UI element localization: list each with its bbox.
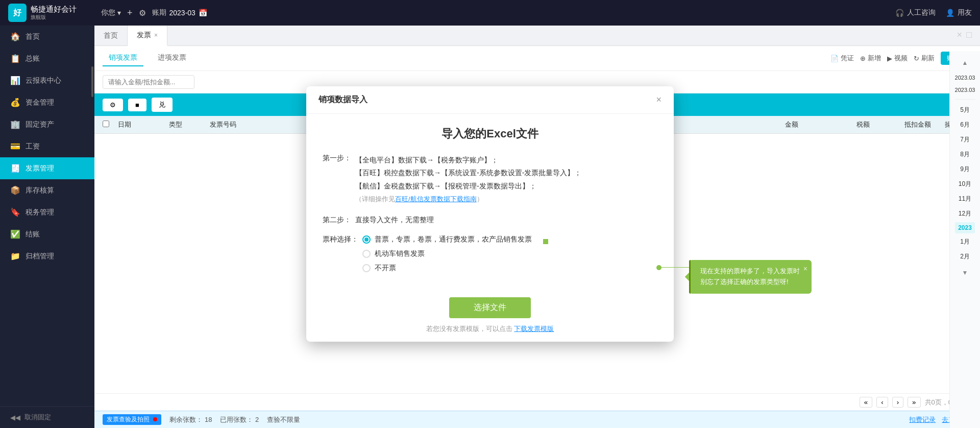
step1-line2: 【百旺】税控盘数据下载→【系统设置-系统参数设置-发票批量导入】； [355,167,581,179]
tooltip-close-btn[interactable]: × [803,263,807,274]
sidebar-footer[interactable]: ◀◀ 取消固定 [0,406,94,428]
sidebar-item-ledger[interactable]: 📋 总账 [0,47,94,69]
step1-section: 第一步： 【全电平台】数据下载→【税务数字账户】； 【百旺】税控盘数据下载→【系… [323,154,657,205]
header-settings-icon[interactable]: ⚙ [139,8,146,18]
ledger-icon: 📋 [10,54,20,63]
logo-icon: 好 [8,4,27,22]
window-maximize-icon[interactable]: □ [966,30,972,40]
sidebar-item-fund[interactable]: 💰 资金管理 [0,91,94,113]
invoice-icon: 🧾 [10,163,20,173]
sidebar-label-tax: 税务管理 [26,208,54,217]
support-btn[interactable]: 🎧 人工咨询 [895,8,936,17]
month-5[interactable]: 5月 [960,104,970,116]
sidebar-item-settle[interactable]: ✅ 结账 [0,223,94,245]
next-page-btn[interactable]: › [892,397,903,408]
header-add-icon[interactable]: + [127,8,133,18]
month-1[interactable]: 1月 [960,235,970,248]
sidebar-label-archive: 归档管理 [26,252,54,261]
last-page-btn[interactable]: » [908,397,920,408]
radio-motor[interactable]: 机动车销售发票 [362,249,532,258]
month-8[interactable]: 8月 [960,148,970,161]
month-7[interactable]: 7月 [960,133,970,146]
year-2023b: 2023.03 [955,85,975,95]
fee-record-link[interactable]: 扣费记录 [909,415,936,424]
invoice-tab-sales[interactable]: 销项发票 [103,50,143,66]
sidebar-item-home[interactable]: 🏠 首页 [0,26,94,47]
month-year-2023[interactable]: 2023 [955,222,975,233]
search-input[interactable] [103,75,194,89]
sidebar-item-report[interactable]: 📊 云报表中心 [0,69,94,91]
step2-label: 第二步： [323,216,351,225]
tooltip-arrow [685,273,689,281]
prev-page-btn[interactable]: ‹ [876,397,888,408]
col-header-deduct: 抵扣金额 [870,120,931,129]
table-select-btn[interactable]: ■ [128,99,146,111]
window-close-icon[interactable]: × [957,30,963,40]
tooltip-connector-line [658,267,689,268]
sidebar-item-archive[interactable]: 📁 归档管理 [0,245,94,267]
user-btn[interactable]: 👤 用友 [946,8,972,17]
modal-big-title: 导入您的Excel文件 [323,126,657,141]
tab-invoice[interactable]: 发票 × [128,26,167,46]
recharge-btn[interactable]: 去充值 [942,415,962,424]
step2-section: 第二步： 直接导入文件，无需整理 [323,216,657,225]
right-panel-up[interactable]: ▲ [962,55,968,70]
sidebar-item-invoice[interactable]: 🧾 发票管理 [0,157,94,179]
col-header-date: 日期 [118,120,169,129]
month-2[interactable]: 2月 [960,250,970,263]
new-btn[interactable]: ⊕ 新增 [860,54,881,63]
video-btn[interactable]: ▶ 视频 [887,54,908,63]
sidebar-label-settle: 结账 [26,230,40,239]
radio-noinvoice-circle [362,264,371,272]
month-10[interactable]: 10月 [959,178,971,191]
radio-common-label: 普票，专票，卷票，通行费发票，农产品销售发票 [375,235,532,244]
sidebar-item-asset[interactable]: 🏢 固定资产 [0,113,94,135]
sidebar-label-fund: 资金管理 [26,98,54,107]
sidebar-label-invoice: 发票管理 [26,164,54,173]
modal-close-btn[interactable]: × [656,94,662,105]
header-account[interactable]: 你您 ▾ [101,8,121,17]
tooltip-connector-dot [543,239,548,244]
radio-noinvoice[interactable]: 不开票 [362,264,532,273]
select-file-btn[interactable]: 选择文件 [449,297,531,318]
sidebar-item-salary[interactable]: 💳 工资 [0,135,94,157]
step1-hint-link[interactable]: 百旺/航信发票数据下载指南 [395,195,477,203]
sidebar-item-stock[interactable]: 📦 库存核算 [0,179,94,201]
month-9[interactable]: 9月 [960,163,970,176]
radio-common-dot [364,237,369,242]
right-panel-down[interactable]: ▼ [962,265,968,280]
select-all-checkbox[interactable] [103,121,109,127]
remaining-count: 剩余张数： 18 [169,415,212,424]
radio-common[interactable]: 普票，专票，卷票，通行费发票，农产品销售发票 [362,235,532,244]
sidebar-label-asset: 固定资产 [26,120,54,129]
verify-unlimited: 查验不限量 [267,415,300,424]
refresh-btn[interactable]: ↻ 刷新 [914,54,935,63]
tooltip-box: 现在支持的票种多了，导入发票时别忘了选择正确的发票类型呀! × [689,260,812,294]
invoice-tab-purchase[interactable]: 进项发票 [152,50,192,66]
logo-sub: 旗舰版 [31,14,77,21]
archive-icon: 📁 [10,251,20,261]
voucher-btn[interactable]: 📄 凭证 [830,54,854,63]
app-logo: 好 畅捷通好会计 旗舰版 [8,4,95,22]
sidebar-item-tax[interactable]: 🔖 税务管理 [0,201,94,223]
year-2023a: 2023.03 [955,73,975,83]
table-settings-btn[interactable]: ⚙ [103,99,123,111]
tooltip-text: 现在支持的票种多了，导入发票时别忘了选择正确的发票类型呀! [700,267,800,286]
settle-icon: ✅ [10,229,20,239]
first-page-btn[interactable]: « [860,397,872,408]
invoice-verify-tag[interactable]: 发票查验及拍照 [103,414,161,425]
tab-close-icon[interactable]: × [154,32,158,39]
pagination-info: 共0页，0条记录 [925,398,972,407]
col-header-number: 发票号码 [210,120,291,129]
bottom-close-icon[interactable]: × [968,415,972,424]
modal-overlay: 好 畅捷通好会计 旗舰版 你您 ▾ + ⚙ 账期 2023-03 📅 🎧 [0,0,980,428]
month-6[interactable]: 6月 [960,118,970,131]
month-11[interactable]: 11月 [959,193,971,205]
col-header-type: 类型 [169,120,210,129]
sidebar-label-stock: 库存核算 [26,186,54,195]
table-exchange-btn[interactable]: 兑 [152,98,173,112]
period-btn[interactable]: 账期 ▾ [941,52,972,65]
tab-home[interactable]: 首页 [94,26,128,46]
download-template-link[interactable]: 下载发票模版 [514,325,554,332]
month-12[interactable]: 12月 [959,207,971,220]
